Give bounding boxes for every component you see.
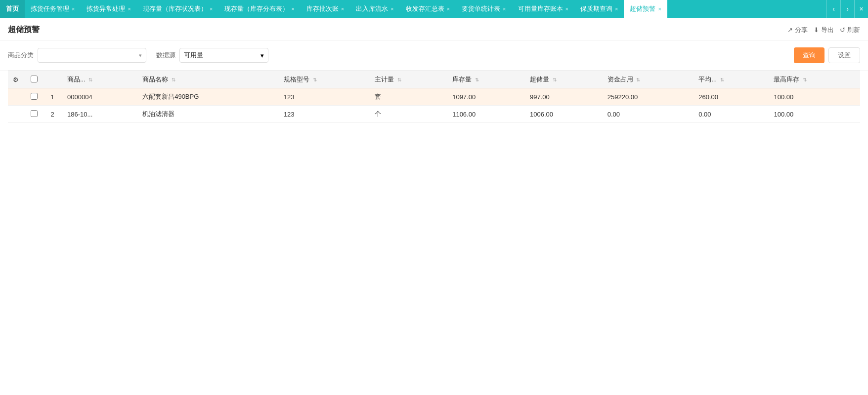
col-capital[interactable]: 资金占用 ⇅ bbox=[603, 71, 694, 88]
table-row: 2 186-10... 机油滤清器 123 个 1106.00 1006.00 … bbox=[8, 106, 860, 123]
nav-item-overstock[interactable]: 超储预警 × bbox=[624, 0, 667, 18]
nav-close-task[interactable]: × bbox=[72, 6, 75, 12]
nav-close-summary[interactable]: × bbox=[447, 6, 450, 12]
query-button[interactable]: 查询 bbox=[794, 47, 825, 63]
header-row: ⚙ 商品... ⇅ 商品名称 ⇅ 规格型号 ⇅ 主计量 ⇅ 库存量 ⇅ 超储量 … bbox=[8, 71, 860, 88]
datasource-value: 可用量 bbox=[184, 51, 203, 60]
row-spec-1: 123 bbox=[279, 106, 370, 123]
nav-item-home[interactable]: 首页 bbox=[0, 0, 25, 18]
row-unit-1: 个 bbox=[370, 106, 447, 123]
export-action[interactable]: ⬇ 导出 bbox=[814, 26, 834, 35]
page-header: 超储预警 ↗ 分享 ⬇ 导出 ↺ 刷新 bbox=[0, 18, 868, 40]
col-unit[interactable]: 主计量 ⇅ bbox=[370, 71, 447, 88]
row-spec-0: 123 bbox=[279, 88, 370, 106]
sort-avg-icon: ⇅ bbox=[720, 77, 724, 82]
row-max-0: 100.00 bbox=[769, 88, 860, 106]
settings-button[interactable]: 设置 bbox=[828, 47, 860, 63]
col-settings: ⚙ bbox=[8, 71, 26, 88]
settings-icon[interactable]: ⚙ bbox=[13, 76, 19, 83]
row-over-0: 997.00 bbox=[525, 88, 603, 106]
row-avg-1: 0.00 bbox=[694, 106, 769, 123]
row-checkbox-0[interactable] bbox=[31, 93, 38, 100]
table-body: 1 0000004 六配套新昌490BPG 123 套 1097.00 997.… bbox=[8, 88, 860, 123]
refresh-label: 刷新 bbox=[847, 26, 860, 35]
sort-over-icon: ⇅ bbox=[553, 77, 557, 82]
nav-item-exception[interactable]: 拣货异常处理 × bbox=[81, 0, 136, 18]
filter-actions: 查询 设置 bbox=[794, 47, 860, 63]
refresh-icon: ↺ bbox=[840, 26, 845, 34]
row-unit-0: 套 bbox=[370, 88, 447, 106]
category-arrow-icon: ▾ bbox=[139, 52, 142, 59]
nav-arrow-right[interactable]: › bbox=[840, 0, 854, 18]
col-spec[interactable]: 规格型号 ⇅ bbox=[279, 71, 370, 88]
col-code[interactable]: 商品... ⇅ bbox=[62, 71, 137, 88]
nav-arrow-left[interactable]: ‹ bbox=[826, 0, 840, 18]
sort-capital-icon: ⇅ bbox=[636, 77, 640, 82]
row-capital-0: 259220.00 bbox=[603, 88, 694, 106]
sort-spec-icon: ⇅ bbox=[313, 77, 317, 82]
category-label: 商品分类 bbox=[8, 51, 34, 60]
nav-close-order-stat[interactable]: × bbox=[503, 6, 506, 12]
nav-item-order-stat[interactable]: 要货单统计表 × bbox=[456, 0, 512, 18]
nav-arrow-close[interactable]: × bbox=[854, 0, 868, 18]
row-stock-0: 1097.00 bbox=[447, 88, 525, 106]
table-row: 1 0000004 六配套新昌490BPG 123 套 1097.00 997.… bbox=[8, 88, 860, 106]
sort-stock-icon: ⇅ bbox=[475, 77, 479, 82]
export-label: 导出 bbox=[821, 26, 834, 35]
nav-item-batch[interactable]: 库存批次账 × bbox=[301, 0, 350, 18]
nav-close-inventory-status[interactable]: × bbox=[210, 6, 213, 12]
row-stock-1: 1106.00 bbox=[447, 106, 525, 123]
nav-item-summary[interactable]: 收发存汇总表 × bbox=[400, 0, 456, 18]
nav-arrows: ‹ › × bbox=[826, 0, 868, 18]
row-avg-0: 260.00 bbox=[694, 88, 769, 106]
nav-item-inventory-dist[interactable]: 现存量（库存分布表） × bbox=[218, 0, 300, 18]
nav-item-inventory-status[interactable]: 现存量（库存状况表） × bbox=[137, 0, 218, 18]
nav-close-inout[interactable]: × bbox=[391, 6, 393, 12]
sort-max-icon: ⇅ bbox=[803, 77, 807, 82]
col-name[interactable]: 商品名称 ⇅ bbox=[137, 71, 279, 88]
datasource-label: 数据源 bbox=[156, 51, 175, 60]
row-over-1: 1006.00 bbox=[525, 106, 603, 123]
row-max-1: 100.00 bbox=[769, 106, 860, 123]
data-table: ⚙ 商品... ⇅ 商品名称 ⇅ 规格型号 ⇅ 主计量 ⇅ 库存量 ⇅ 超储量 … bbox=[8, 71, 860, 123]
nav-item-inout[interactable]: 出入库流水 × bbox=[350, 0, 399, 18]
header-actions: ↗ 分享 ⬇ 导出 ↺ 刷新 bbox=[787, 26, 860, 35]
row-code-1: 186-10... bbox=[62, 106, 137, 123]
table-header: ⚙ 商品... ⇅ 商品名称 ⇅ 规格型号 ⇅ 主计量 ⇅ 库存量 ⇅ 超储量 … bbox=[8, 71, 860, 88]
row-checkbox-1[interactable] bbox=[31, 110, 38, 117]
export-icon: ⬇ bbox=[814, 26, 819, 34]
datasource-select[interactable]: 可用量 ▾ bbox=[179, 48, 268, 63]
nav-close-avail[interactable]: × bbox=[565, 6, 568, 12]
select-all-checkbox[interactable] bbox=[31, 76, 38, 82]
share-action[interactable]: ↗ 分享 bbox=[787, 26, 808, 35]
row-name-0: 六配套新昌490BPG bbox=[137, 88, 279, 106]
nav-item-task[interactable]: 拣货任务管理 × bbox=[25, 0, 81, 18]
page-title: 超储预警 bbox=[8, 25, 40, 35]
row-settings-1 bbox=[8, 106, 26, 123]
col-stock[interactable]: 库存量 ⇅ bbox=[447, 71, 525, 88]
col-rownum bbox=[43, 71, 62, 88]
nav-close-expiry[interactable]: × bbox=[615, 6, 618, 12]
col-max[interactable]: 最高库存 ⇅ bbox=[769, 71, 860, 88]
share-icon: ↗ bbox=[787, 26, 793, 34]
page-content: 超储预警 ↗ 分享 ⬇ 导出 ↺ 刷新 商品分类 ▾ 数据源 bbox=[0, 18, 868, 395]
datasource-filter: 数据源 可用量 ▾ bbox=[156, 48, 268, 63]
row-name-1: 机油滤清器 bbox=[137, 106, 279, 123]
category-filter: 商品分类 ▾ bbox=[8, 48, 146, 63]
nav-item-avail[interactable]: 可用量库存账本 × bbox=[512, 0, 574, 18]
nav-close-overstock[interactable]: × bbox=[658, 6, 661, 12]
sort-name-icon: ⇅ bbox=[172, 77, 175, 82]
nav-close-inventory-dist[interactable]: × bbox=[291, 6, 294, 12]
nav-item-expiry[interactable]: 保质期查询 × bbox=[574, 0, 624, 18]
nav-close-exception[interactable]: × bbox=[128, 6, 130, 12]
sort-code-icon: ⇅ bbox=[88, 77, 92, 82]
col-checkbox bbox=[26, 71, 43, 88]
category-select[interactable]: ▾ bbox=[38, 48, 146, 63]
nav-close-batch[interactable]: × bbox=[341, 6, 344, 12]
row-checkbox-cell-0 bbox=[26, 88, 43, 106]
col-over[interactable]: 超储量 ⇅ bbox=[525, 71, 603, 88]
refresh-action[interactable]: ↺ 刷新 bbox=[840, 26, 860, 35]
row-capital-1: 0.00 bbox=[603, 106, 694, 123]
col-avg[interactable]: 平均... ⇅ bbox=[694, 71, 769, 88]
sort-unit-icon: ⇅ bbox=[397, 77, 401, 82]
